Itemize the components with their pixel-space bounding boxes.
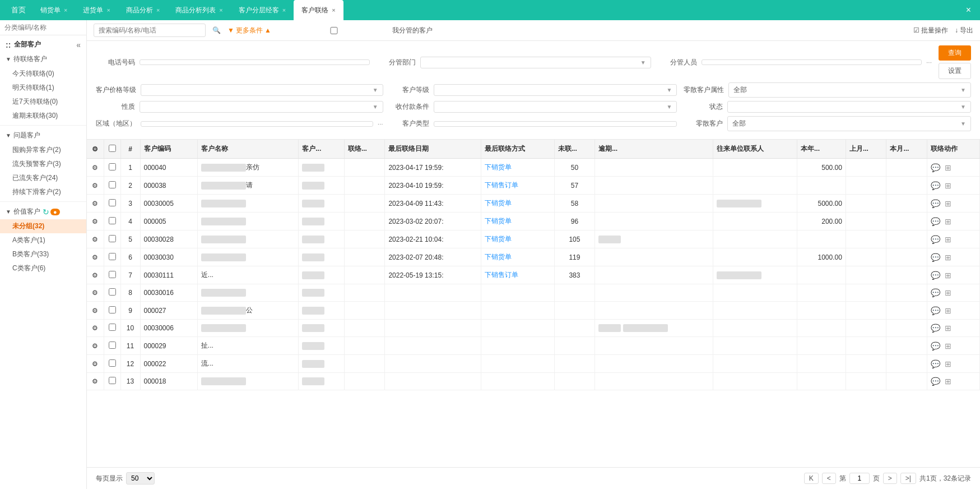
grid-action-icon[interactable]: ⊞	[945, 342, 951, 350]
sidebar-item-c-class[interactable]: C类客户(6)	[0, 261, 86, 275]
filter-sparse-customer-select[interactable]: 全部 ▼	[727, 116, 971, 131]
tab-customer-segment-close[interactable]: ×	[282, 7, 286, 13]
last-method-link[interactable]: 下销货单	[485, 253, 512, 261]
th-settings[interactable]: ⚙	[87, 140, 104, 159]
select-all-checkbox[interactable]	[109, 145, 116, 152]
last-method-link[interactable]: 下销售订单	[485, 271, 518, 279]
filter-payment-select[interactable]: ▼	[434, 101, 677, 113]
grid-action-icon[interactable]: ⊞	[945, 181, 951, 190]
grid-action-icon[interactable]: ⊞	[945, 359, 951, 368]
filter-manager-input[interactable]	[702, 59, 922, 65]
row-settings[interactable]: ⚙	[87, 355, 104, 373]
filter-customer-level-select[interactable]: ▼	[434, 84, 677, 96]
filter-nature-select[interactable]: ▼	[140, 101, 383, 113]
row-settings[interactable]: ⚙	[87, 177, 104, 195]
chat-icon[interactable]: 💬	[931, 217, 940, 226]
sidebar-item-b-class[interactable]: B类客户(33)	[0, 247, 86, 261]
row-checkbox[interactable]	[104, 248, 120, 266]
sidebar-collapse-btn[interactable]: «	[76, 40, 81, 49]
tab-sales[interactable]: 销货单 ×	[32, 0, 75, 20]
tab-purchase-close[interactable]: ×	[106, 7, 110, 13]
chat-icon[interactable]: 💬	[931, 163, 940, 172]
global-close-button[interactable]: ×	[962, 5, 976, 15]
sidebar-item-downtrend[interactable]: 持续下滑客户(2)	[0, 185, 86, 199]
chat-icon[interactable]: 💬	[931, 199, 940, 208]
th-contact[interactable]: 联络...	[344, 140, 384, 159]
th-type[interactable]: 客户...	[299, 140, 345, 159]
row-settings[interactable]: ⚙	[87, 337, 104, 355]
last-method-link[interactable]: 下销货单	[485, 217, 512, 225]
tab-product-analysis-list-close[interactable]: ×	[219, 7, 222, 13]
search-button[interactable]: 🔍	[212, 26, 221, 34]
sidebar-item-today[interactable]: 今天待联络(0)	[0, 67, 86, 81]
row-checkbox[interactable]	[104, 230, 120, 248]
th-this-month[interactable]: 本月...	[886, 140, 927, 159]
th-related-contacts[interactable]: 往来单位联系人	[713, 140, 797, 159]
grid-action-icon[interactable]: ⊞	[945, 271, 951, 280]
my-customers-checkbox-label[interactable]: 我分管的客户	[278, 26, 433, 35]
row-checkbox[interactable]	[104, 159, 120, 177]
row-checkbox[interactable]	[104, 213, 120, 230]
chat-icon[interactable]: 💬	[931, 324, 940, 333]
row-settings[interactable]: ⚙	[87, 266, 104, 284]
tab-product-analysis[interactable]: 商品分析 ×	[118, 0, 168, 20]
row-settings[interactable]: ⚙	[87, 195, 104, 213]
grid-action-icon[interactable]: ⊞	[945, 306, 951, 315]
row-settings[interactable]: ⚙	[87, 248, 104, 266]
chat-icon[interactable]: 💬	[931, 253, 940, 262]
th-overdue[interactable]: 逾期...	[595, 140, 713, 159]
chat-icon[interactable]: 💬	[931, 235, 940, 244]
filter-region-dots[interactable]: ···	[378, 120, 383, 128]
last-page-button[interactable]: >|	[900, 473, 916, 484]
filter-status-select[interactable]: ▼	[727, 101, 971, 113]
sidebar-item-overdue[interactable]: 逾期未联络(30)	[0, 109, 86, 123]
query-button[interactable]: 查询	[939, 45, 971, 61]
chat-icon[interactable]: 💬	[931, 359, 940, 368]
first-page-button[interactable]: K	[804, 473, 819, 484]
row-checkbox[interactable]	[104, 302, 120, 320]
sidebar-group-problem[interactable]: ▼ 问题客户	[0, 128, 86, 143]
chat-icon[interactable]: 💬	[931, 306, 940, 315]
row-checkbox[interactable]	[104, 177, 120, 195]
row-settings[interactable]: ⚙	[87, 230, 104, 248]
per-page-select[interactable]: 50 100 200	[126, 472, 155, 485]
grid-action-icon[interactable]: ⊞	[945, 288, 951, 297]
my-customers-checkbox[interactable]	[278, 27, 390, 34]
more-conditions-button[interactable]: ▼ 更多条件 ▲	[227, 26, 271, 35]
tab-customer-contact[interactable]: 客户联络 ×	[294, 0, 343, 20]
tab-purchase[interactable]: 进货单 ×	[75, 0, 118, 20]
search-input[interactable]	[94, 24, 206, 37]
refresh-icon[interactable]: ↻	[43, 207, 49, 216]
grid-action-icon[interactable]: ⊞	[945, 253, 951, 262]
th-name[interactable]: 客户名称	[197, 140, 298, 159]
export-button[interactable]: ↓ 导出	[955, 26, 973, 35]
sidebar-item-a-class[interactable]: A类客户(1)	[0, 233, 86, 247]
row-checkbox[interactable]	[104, 284, 120, 302]
batch-ops-button[interactable]: ☑ 批量操作	[913, 26, 948, 35]
chat-icon[interactable]: 💬	[931, 271, 940, 280]
chat-icon[interactable]: 💬	[931, 181, 940, 190]
current-page-input[interactable]	[849, 473, 870, 484]
tab-product-analysis-list[interactable]: 商品分析列表 ×	[168, 0, 230, 20]
chat-icon[interactable]: 💬	[931, 342, 940, 350]
sidebar-item-churned[interactable]: 已流失客户(24)	[0, 171, 86, 185]
filter-manager-dots[interactable]: ···	[926, 58, 932, 66]
filter-customer-type-input[interactable]	[434, 121, 677, 127]
filter-price-level-select[interactable]: ▼	[141, 84, 383, 96]
last-method-link[interactable]: 下销售订单	[485, 181, 518, 189]
row-settings[interactable]: ⚙	[87, 373, 104, 390]
filter-region-input[interactable]	[141, 121, 373, 127]
last-method-link[interactable]: 下销货单	[485, 199, 512, 207]
grid-action-icon[interactable]: ⊞	[945, 324, 951, 333]
sidebar-search-input[interactable]	[4, 24, 87, 31]
row-checkbox[interactable]	[104, 195, 120, 213]
row-checkbox[interactable]	[104, 266, 120, 284]
last-method-link[interactable]: 下销货单	[485, 235, 512, 243]
th-checkbox[interactable]	[104, 140, 120, 159]
row-checkbox[interactable]	[104, 320, 120, 337]
th-last-month[interactable]: 上月...	[846, 140, 886, 159]
grid-action-icon[interactable]: ⊞	[945, 235, 951, 244]
prev-page-button[interactable]: <	[822, 473, 836, 484]
sidebar-item-churn-risk[interactable]: 流失预警客户(3)	[0, 157, 86, 171]
sidebar-item-7days[interactable]: 近7天待联络(0)	[0, 95, 86, 109]
